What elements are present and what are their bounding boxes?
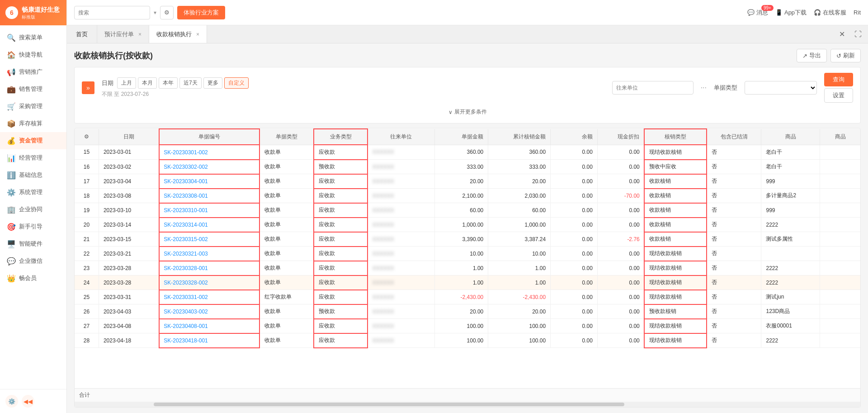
partner-input[interactable] bbox=[612, 81, 693, 95]
messages-btn[interactable]: 💬 消息 99+ bbox=[747, 9, 768, 17]
table-wrap[interactable]: ⚙ 日期 单据编号 单据类型 业务类型 往来单位 单据金额 累计核销金额 余额 … bbox=[75, 128, 860, 388]
topbar-search-input[interactable] bbox=[74, 6, 150, 19]
cell-balance: 0.00 bbox=[551, 275, 598, 290]
expand-more-btn[interactable]: ∨ 展开更多条件 bbox=[448, 106, 487, 118]
sidebar-item-system[interactable]: ⚙️系统管理 bbox=[0, 184, 66, 201]
order-no-link[interactable]: SK-20230314-001 bbox=[164, 222, 208, 228]
cell-goods1: 123D商品 bbox=[761, 304, 820, 319]
sidebar-item-operations[interactable]: 📊经营管理 bbox=[0, 149, 66, 166]
topbar: ▾ ⚙ 体验行业方案 💬 消息 99+ 📱 App下载 🎧 在线客服 Rit bbox=[67, 0, 868, 25]
table-footer: 合计 bbox=[75, 388, 860, 402]
doc-type-select[interactable] bbox=[745, 81, 817, 95]
page-content: 收款核销执行(按收款) ↗ 导出 ↺ 刷新 » 日期 上月本月本年近7 bbox=[67, 43, 868, 413]
order-no-link[interactable]: SK-20230315-002 bbox=[164, 236, 208, 242]
app-download-btn[interactable]: 📱 App下载 bbox=[775, 9, 807, 17]
sidebar-item-basic[interactable]: ℹ️基础信息 bbox=[0, 166, 66, 184]
cell-goods1: 测试多属性 bbox=[761, 232, 820, 247]
cell-biz-type: 应收款 bbox=[314, 145, 368, 160]
settings-gear-icon[interactable]: ⚙ bbox=[84, 133, 89, 140]
table-body: 15 2023-03-01 SK-20230301-002 收款单 应收款 XX… bbox=[75, 145, 860, 348]
cell-biz-type: 应收款 bbox=[314, 319, 368, 333]
order-no-link[interactable]: SK-20230328-002 bbox=[164, 280, 208, 286]
tab-verify[interactable]: 收款核销执行 × bbox=[149, 25, 207, 43]
cell-index: 21 bbox=[75, 232, 99, 247]
cell-cum-amount: 10.00 bbox=[488, 247, 551, 261]
order-no-link[interactable]: SK-20230308-001 bbox=[164, 193, 208, 199]
order-no-link[interactable]: SK-20230302-002 bbox=[164, 164, 208, 170]
sidebar-item-enterprise[interactable]: 🏢企业协同 bbox=[0, 201, 66, 218]
order-no-link[interactable]: SK-20230310-001 bbox=[164, 207, 208, 214]
filter-expand-arrow[interactable]: » bbox=[82, 81, 94, 94]
cell-date: 2023-03-31 bbox=[99, 290, 159, 304]
sidebar-item-shortcuts[interactable]: 🏠快捷导航 bbox=[0, 46, 66, 63]
order-no-link[interactable]: SK-20230403-002 bbox=[164, 309, 208, 315]
table-row: 25 2023-03-31 SK-20230331-002 红字收款单 应收款 … bbox=[75, 290, 860, 304]
cell-amount: 1.00 bbox=[434, 275, 488, 290]
tabbar: 首页 预计应付单 × 收款核销执行 × ✕ ⛶ bbox=[67, 25, 868, 43]
horizontal-scrollbar[interactable] bbox=[75, 402, 860, 407]
query-btn[interactable]: 查询 bbox=[824, 73, 853, 86]
date-opt-1[interactable]: 本月 bbox=[138, 77, 157, 89]
collapse-icon[interactable]: ◀◀ bbox=[22, 395, 34, 408]
date-opt-custom[interactable]: 自定义 bbox=[224, 77, 249, 89]
sidebar-item-guide[interactable]: 🎯新手引导 bbox=[0, 218, 66, 235]
cell-order-no: SK-20230403-002 bbox=[159, 304, 259, 319]
sidebar-item-member[interactable]: 👑畅会员 bbox=[0, 270, 66, 287]
cell-amount: 100.00 bbox=[434, 319, 488, 333]
order-no-link[interactable]: SK-20230331-002 bbox=[164, 294, 208, 300]
settings-icon[interactable]: ⚙️ bbox=[5, 395, 18, 408]
order-no-link[interactable]: SK-20230328-001 bbox=[164, 265, 208, 271]
tab-prepay-label: 预计应付单 bbox=[104, 30, 134, 38]
export-btn[interactable]: ↗ 导出 bbox=[797, 49, 827, 62]
filter-settings-btn[interactable]: 设置 bbox=[824, 88, 853, 103]
cell-goods1: 多计量商品2 bbox=[761, 189, 820, 203]
industry-solution-btn[interactable]: 体验行业方案 bbox=[177, 6, 225, 19]
date-opt-4[interactable]: 更多 bbox=[203, 77, 222, 89]
order-no-link[interactable]: SK-20230321-003 bbox=[164, 251, 208, 257]
order-no-link[interactable]: SK-20230304-001 bbox=[164, 178, 208, 185]
topbar-gear-btn[interactable]: ⚙ bbox=[160, 6, 174, 19]
tab-verify-close[interactable]: × bbox=[196, 31, 199, 38]
refresh-btn[interactable]: ↺ 刷新 bbox=[830, 49, 861, 62]
sidebar-item-sales[interactable]: 💼销售管理 bbox=[0, 81, 66, 98]
tab-prepay[interactable]: 预计应付单 × bbox=[97, 25, 149, 43]
cell-partner: XXXXXX bbox=[368, 304, 434, 319]
cell-goods1: 测试jun bbox=[761, 290, 820, 304]
cell-discount: 0.00 bbox=[597, 290, 644, 304]
topbar-chevron-icon[interactable]: ▾ bbox=[154, 9, 156, 16]
guide-icon: 🎯 bbox=[7, 223, 15, 231]
th-included: 包含已结清 bbox=[707, 129, 761, 145]
filter-dots: ··· bbox=[701, 84, 707, 92]
sidebar-item-inventory[interactable]: 📦库存核算 bbox=[0, 115, 66, 132]
date-opt-0[interactable]: 上月 bbox=[117, 77, 136, 89]
order-no-link[interactable]: SK-20230408-001 bbox=[164, 323, 208, 329]
cell-goods2 bbox=[820, 333, 860, 348]
order-no-link[interactable]: SK-20230301-002 bbox=[164, 149, 208, 156]
cell-partner: XXXXXX bbox=[368, 247, 434, 261]
tab-prepay-close[interactable]: × bbox=[138, 31, 142, 38]
cell-goods1: 衣服00001 bbox=[761, 319, 820, 333]
cell-balance: 0.00 bbox=[551, 304, 598, 319]
sidebar-item-hardware[interactable]: 🖥️智能硬件 bbox=[0, 235, 66, 252]
tab-close-all-btn[interactable]: ✕ bbox=[835, 28, 848, 41]
user-name[interactable]: Rit bbox=[854, 9, 861, 16]
tab-home[interactable]: 首页 bbox=[67, 25, 97, 43]
tab-expand-btn[interactable]: ⛶ bbox=[852, 28, 864, 41]
sidebar-item-marketing[interactable]: 📢营销推广 bbox=[0, 63, 66, 81]
date-opt-2[interactable]: 本年 bbox=[159, 77, 178, 89]
date-opt-3[interactable]: 近7天 bbox=[179, 77, 202, 89]
cell-partner: XXXXXX bbox=[368, 203, 434, 218]
sidebar-item-wechat[interactable]: 💬企业微信 bbox=[0, 252, 66, 270]
cell-partner: XXXXXX bbox=[368, 261, 434, 275]
online-service-btn[interactable]: 🎧 在线客服 bbox=[814, 9, 846, 17]
cell-discount: 0.00 bbox=[597, 203, 644, 218]
order-no-link[interactable]: SK-20230418-001 bbox=[164, 337, 208, 344]
sidebar-nav: 🔍搜索菜单🏠快捷导航📢营销推广💼销售管理🛒采购管理📦库存核算💰资金管理📊经营管理… bbox=[0, 25, 66, 389]
th-date: 日期 bbox=[99, 129, 159, 145]
sidebar-item-search[interactable]: 🔍搜索菜单 bbox=[0, 29, 66, 46]
sidebar-item-purchase[interactable]: 🛒采购管理 bbox=[0, 98, 66, 115]
cell-goods2 bbox=[820, 160, 860, 174]
cell-goods2 bbox=[820, 275, 860, 290]
scrollbar-thumb[interactable] bbox=[154, 403, 624, 406]
sidebar-item-finance[interactable]: 💰资金管理 bbox=[0, 132, 66, 149]
